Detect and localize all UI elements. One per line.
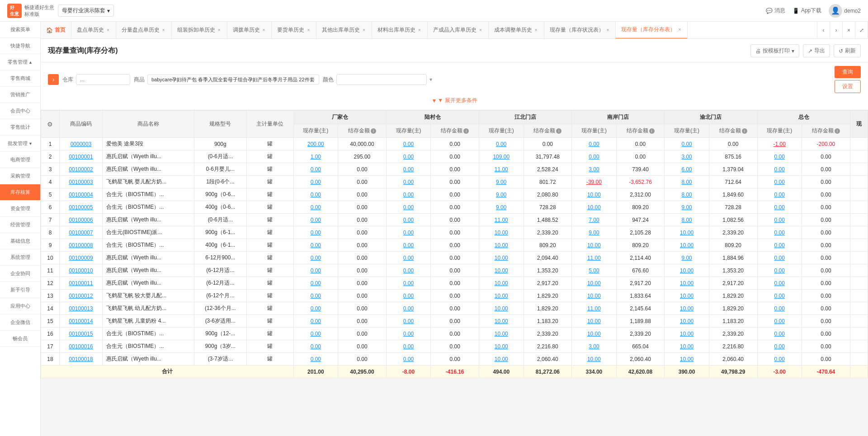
sidebar-item-ecommerce[interactable]: 电商管理 (0, 152, 40, 168)
sidebar-item-appcenter[interactable]: 应用中心 (0, 298, 40, 314)
td-w1-qty[interactable]: 0.00 (293, 290, 338, 302)
td-code[interactable]: 00100013 (59, 302, 102, 315)
td-w3-qty[interactable]: 109.00 (479, 150, 524, 163)
tab-close-cost-adjust[interactable]: × (534, 27, 538, 33)
td-code[interactable]: 00100005 (59, 201, 102, 214)
sidebar-item-quick[interactable]: 快捷导航 (0, 38, 40, 54)
td-w2-qty[interactable]: 0.00 (386, 188, 431, 201)
td-w4-qty[interactable]: 10.00 (572, 353, 617, 366)
tab-close-stock-dist[interactable]: × (677, 27, 682, 33)
td-code[interactable]: 0000003 (59, 138, 102, 150)
td-code[interactable]: 00100015 (59, 328, 102, 340)
tab-close-transfer[interactable]: × (262, 27, 266, 33)
export-button[interactable]: ↗ 导出 (803, 44, 830, 57)
td-total-qty[interactable]: 0.00 (757, 302, 802, 315)
warehouse-input[interactable] (76, 74, 130, 85)
td-w1-qty[interactable]: 0.00 (293, 188, 338, 201)
td-w2-qty[interactable]: 0.00 (386, 252, 431, 264)
tab-inventory-check[interactable]: 盘点单历史 × (71, 22, 116, 39)
td-w1-qty[interactable]: 0.00 (293, 176, 338, 188)
td-total-qty[interactable]: 0.00 (757, 176, 802, 188)
td-w5-qty[interactable]: 9.00 (665, 201, 709, 214)
td-w1-qty[interactable]: 0.00 (293, 226, 338, 239)
info-icon-w3[interactable]: i (556, 128, 561, 134)
td-total-qty[interactable]: 0.00 (757, 163, 802, 176)
tab-prev-button[interactable]: ‹ (817, 22, 830, 39)
info-icon-w2[interactable]: i (463, 128, 469, 134)
tab-stock-status[interactable]: 现存量（库存状况表） × (544, 22, 616, 39)
td-total-qty[interactable]: 0.00 (757, 328, 802, 340)
search-button[interactable]: 查询 (835, 66, 861, 78)
td-w3-qty[interactable]: 10.00 (479, 353, 524, 366)
td-w3-qty[interactable]: 10.00 (479, 264, 524, 277)
td-w5-qty[interactable]: 8.00 (665, 176, 709, 188)
td-w5-qty[interactable]: 10.00 (665, 353, 709, 366)
sidebar-item-operation[interactable]: 经营管理 (0, 217, 40, 233)
td-w2-qty[interactable]: 0.00 (386, 226, 431, 239)
td-total-qty[interactable]: 0.00 (757, 264, 802, 277)
td-w1-qty[interactable]: 0.00 (293, 252, 338, 264)
td-w5-qty[interactable]: 0.00 (665, 138, 709, 150)
td-total-qty[interactable]: 0.00 (757, 150, 802, 163)
td-w4-qty[interactable]: 10.00 (572, 315, 617, 328)
td-code[interactable]: 00100016 (59, 340, 102, 353)
td-w5-qty[interactable]: 10.00 (665, 277, 709, 290)
tab-cost-adjust[interactable]: 成本调整单历史 × (489, 22, 544, 39)
td-total-qty[interactable]: -1.00 (757, 138, 802, 150)
td-total-qty[interactable]: 0.00 (757, 353, 802, 366)
td-w5-qty[interactable]: 10.00 (665, 315, 709, 328)
tab-close-assemble[interactable]: × (217, 27, 222, 33)
sidebar-item-basic[interactable]: 基础信息 (0, 233, 40, 249)
td-w1-qty[interactable]: 0.00 (293, 264, 338, 277)
td-w1-qty[interactable]: 0.00 (293, 277, 338, 290)
info-icon-w4[interactable]: i (649, 128, 655, 134)
tab-expand-button[interactable]: ⤢ (855, 22, 868, 39)
sidebar-item-purchase[interactable]: 采购管理 (0, 168, 40, 184)
tab-close-material-out[interactable]: × (417, 27, 422, 33)
td-w1-qty[interactable]: 0.00 (293, 302, 338, 315)
refresh-button[interactable]: ↺ 刷新 (834, 44, 861, 57)
td-w5-qty[interactable]: 6.00 (665, 163, 709, 176)
tab-requisition[interactable]: 要货单历史 × (272, 22, 316, 39)
td-total-qty[interactable]: 0.00 (757, 188, 802, 201)
message-button[interactable]: 💬 消息 (766, 7, 785, 14)
td-code[interactable]: 00100011 (59, 277, 102, 290)
settings-icon[interactable]: ⚙ (47, 121, 53, 128)
td-w5-qty[interactable]: 10.00 (665, 302, 709, 315)
tab-home[interactable]: 🏠 首页 (41, 22, 71, 39)
sidebar-item-system[interactable]: 系统管理 (0, 249, 40, 266)
td-w2-qty[interactable]: 0.00 (386, 353, 431, 366)
td-w2-qty[interactable]: 0.00 (386, 340, 431, 353)
td-w4-qty[interactable]: 5.00 (572, 264, 617, 277)
td-w3-qty[interactable]: 10.00 (479, 340, 524, 353)
td-w4-qty[interactable]: 9.00 (572, 226, 617, 239)
td-w2-qty[interactable]: 0.00 (386, 239, 431, 252)
sidebar-item-member2[interactable]: 畅会员 (0, 331, 40, 347)
td-code[interactable]: 00100012 (59, 290, 102, 302)
td-total-qty[interactable]: 0.00 (757, 239, 802, 252)
td-w1-qty[interactable]: 0.00 (293, 340, 338, 353)
td-code[interactable]: 00100001 (59, 150, 102, 163)
sidebar-item-member[interactable]: 会员中心 (0, 103, 40, 119)
td-total-qty[interactable]: 0.00 (757, 340, 802, 353)
tab-inventory-check2[interactable]: 分量盘点单历史 × (116, 22, 172, 39)
goods-input[interactable] (147, 75, 319, 84)
td-code[interactable]: 00100008 (59, 239, 102, 252)
td-w5-qty[interactable]: 10.00 (665, 340, 709, 353)
expand-more-button[interactable]: ▼ ▼ 展开更多条件 (431, 97, 477, 104)
td-w1-qty[interactable]: 0.00 (293, 214, 338, 226)
td-w3-qty[interactable]: 11.00 (479, 163, 524, 176)
td-w1-qty[interactable]: 0.00 (293, 239, 338, 252)
td-w4-qty[interactable]: 3.00 (572, 163, 617, 176)
td-w3-qty[interactable]: 10.00 (479, 252, 524, 264)
td-w5-qty[interactable]: 3.00 (665, 150, 709, 163)
td-w3-qty[interactable]: 10.00 (479, 290, 524, 302)
td-w2-qty[interactable]: 0.00 (386, 328, 431, 340)
td-w2-qty[interactable]: 0.00 (386, 302, 431, 315)
td-total-qty[interactable]: 0.00 (757, 290, 802, 302)
td-w4-qty[interactable]: 10.00 (572, 201, 617, 214)
sidebar-item-wechat[interactable]: 企业微信 (0, 314, 40, 331)
td-w2-qty[interactable]: 0.00 (386, 176, 431, 188)
td-w4-qty[interactable]: 3.00 (572, 340, 617, 353)
td-w3-qty[interactable]: 10.00 (479, 239, 524, 252)
